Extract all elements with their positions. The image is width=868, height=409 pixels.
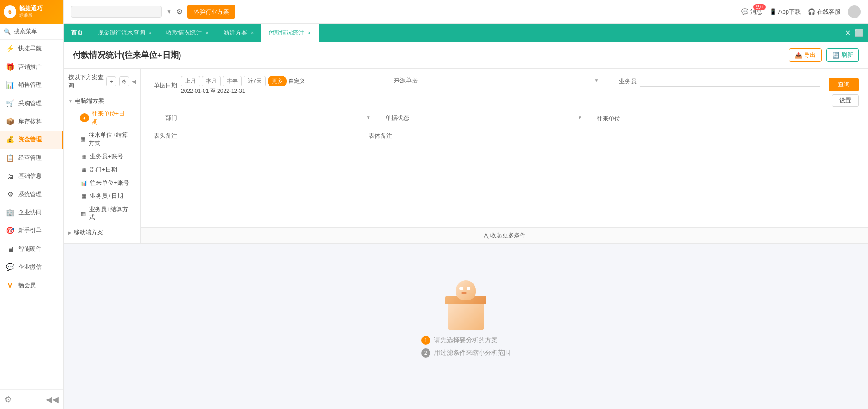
scheme-item-staff-date[interactable]: ▦ 业务员+日期 (70, 190, 134, 202)
tab-new-plan-close[interactable]: × (251, 30, 254, 35)
date-btn-more[interactable]: 更多 (268, 76, 287, 86)
sidebar-item-basics[interactable]: 🗂 基础信息 (0, 167, 63, 185)
date-btn-last-month[interactable]: 上月 (181, 76, 200, 86)
scheme-item-unit-settlement[interactable]: ▦ 往来单位+结算方式 (70, 129, 134, 150)
filter-row-3: 表头备注 表体备注 (150, 131, 859, 141)
illustration-head (456, 280, 476, 300)
tab-receipt-stats-close[interactable]: × (205, 30, 208, 35)
sidebar-item-system[interactable]: ⚙ 系统管理 (0, 185, 63, 203)
tab-bank-flow[interactable]: 现金银行流水查询 × (90, 24, 159, 42)
step1-number: 1 (421, 336, 430, 345)
user-avatar[interactable] (848, 5, 861, 18)
export-button[interactable]: 📤 导出 (789, 48, 822, 62)
staff-settlement-icon: ▦ (80, 210, 86, 217)
search-icon: 🔍 (4, 28, 11, 35)
message-icon: 💬 (741, 8, 748, 15)
empty-state: 1 请先选择要分析的方案 2 用过滤条件来缩小分析范围 (64, 244, 868, 394)
close-all-tabs-icon[interactable]: ✕ (845, 29, 851, 37)
page-content: 付款情况统计(往来单位+日期) 📤 导出 🔄 刷新 (64, 42, 868, 409)
trial-button[interactable]: 体验行业方案 (187, 5, 235, 19)
dept-select[interactable] (183, 114, 366, 121)
custom-label: 自定义 (289, 77, 305, 85)
filter-settings-button[interactable]: 设置 (832, 94, 859, 107)
tab-payment-stats-close[interactable]: × (308, 30, 310, 35)
scheme-panel-header: 按以下方案查询 + ⚙ ◀ (64, 73, 140, 93)
collapse-sidebar-icon[interactable]: ◀◀ (46, 394, 59, 404)
tab-bank-flow-close[interactable]: × (149, 30, 151, 35)
tab-receipt-stats[interactable]: 收款情况统计 × (159, 24, 216, 42)
unit-input[interactable] (624, 113, 795, 124)
filter-row-1: 单据日期 上月 本月 本年 近7天 更多 自定义 (150, 76, 859, 107)
tab-payment-stats[interactable]: 付款情况统计 × (261, 24, 318, 42)
scheme-settings-button[interactable]: ⚙ (119, 76, 129, 86)
mobile-chevron-right-icon: ▶ (68, 230, 72, 235)
url-bar[interactable] (71, 6, 162, 18)
date-label: 单据日期 (150, 81, 177, 90)
scheme-item-unit-date[interactable]: ● 往来单位+日期 (70, 107, 134, 128)
member-icon: V (5, 281, 15, 290)
unit-date-active-icon: ● (80, 113, 89, 122)
sidebar-item-company[interactable]: 🏢 企业协同 (0, 203, 63, 222)
source-select-wrapper: ▼ (421, 76, 601, 85)
topbar-gear-icon[interactable]: ⚙ (176, 7, 183, 16)
unit-field: 往来单位 (593, 113, 795, 124)
app-download-button[interactable]: 📱 App下载 (769, 8, 801, 16)
collapse-bar[interactable]: ⋀ 收起更多条件 (141, 227, 868, 243)
sidebar-item-purchase[interactable]: 🛒 采购管理 (0, 94, 63, 112)
scheme-item-staff-account[interactable]: ▦ 业务员+账号 (70, 150, 134, 163)
scheme-item-staff-settlement[interactable]: ▦ 业务员+结算方式 (70, 203, 134, 224)
sidebar-footer: ⚙ ◀◀ (0, 389, 63, 409)
wechat-icon: 💬 (5, 263, 15, 272)
sidebar-item-inventory[interactable]: 📦 库存核算 (0, 112, 63, 131)
sidebar-item-marketing[interactable]: 🎁 营销推广 (0, 58, 63, 76)
date-control: 上月 本月 本年 近7天 更多 自定义 2022-01-01 至 2022-12… (181, 76, 381, 95)
refresh-icon: 🔄 (832, 52, 839, 59)
sidebar-item-quick-nav[interactable]: ⚡ 快捷导航 (0, 40, 63, 58)
sidebar-item-finance[interactable]: 💰 资金管理 (0, 131, 63, 149)
mobile-scheme-category[interactable]: ▶ 移动端方案 (64, 226, 140, 239)
sidebar-item-member[interactable]: V 畅会员 (0, 276, 63, 294)
scheme-panel: 按以下方案查询 + ⚙ ◀ ▼ 电脑端方案 (64, 69, 141, 243)
date-btn-this-month[interactable]: 本月 (202, 76, 221, 86)
desktop-category-header[interactable]: ▼ 电脑端方案 (68, 95, 136, 107)
illustration-eyes (459, 287, 463, 290)
dept-chevron-icon: ▼ (366, 115, 371, 120)
date-btn-7days[interactable]: 近7天 (244, 76, 266, 86)
table-body-note-input[interactable] (396, 131, 532, 141)
sidebar-item-hardware[interactable]: 🖥 智能硬件 (0, 240, 63, 258)
search-menu[interactable]: 🔍 搜索菜单 (0, 24, 63, 40)
sidebar-item-wechat[interactable]: 💬 企业微信 (0, 258, 63, 276)
scheme-item-dept-date[interactable]: ▦ 部门+日期 (70, 163, 134, 176)
filter-actions: 查询 设置 (829, 76, 859, 107)
scheme-collapse-icon[interactable]: ◀ (132, 78, 136, 85)
illustration-mouth (461, 292, 467, 294)
service-icon: 🎧 (808, 8, 815, 15)
refresh-button[interactable]: 🔄 刷新 (826, 48, 859, 62)
finance-icon: 💰 (5, 135, 15, 144)
unit-account-icon: 📊 (80, 179, 87, 187)
scheme-item-unit-account[interactable]: 📊 往来单位+账号 (70, 177, 134, 189)
sidebar-item-sales[interactable]: 📊 销售管理 (0, 76, 63, 94)
empty-step-1: 1 请先选择要分析的方案 (421, 336, 510, 345)
tab-home[interactable]: 首页 (64, 24, 90, 42)
online-service-button[interactable]: 🎧 在线客服 (808, 8, 841, 16)
settings-footer-icon[interactable]: ⚙ (5, 394, 12, 404)
table-header-note-input[interactable] (181, 131, 294, 141)
sidebar-item-guide[interactable]: 🎯 新手引导 (0, 222, 63, 240)
table-body-note-label: 表体备注 (365, 132, 392, 140)
date-btn-this-year[interactable]: 本年 (223, 76, 242, 86)
query-button[interactable]: 查询 (829, 78, 859, 91)
message-button[interactable]: 💬 消息 99+ (741, 8, 762, 16)
url-dropdown-icon[interactable]: ▼ (166, 9, 172, 15)
status-select[interactable] (414, 114, 578, 121)
staff-input[interactable] (640, 76, 820, 87)
source-chevron-icon: ▼ (594, 78, 599, 83)
table-header-note-label: 表头备注 (150, 132, 177, 140)
maximize-icon[interactable]: ⬜ (854, 29, 863, 37)
source-select[interactable] (423, 77, 594, 84)
hardware-icon: 🖥 (5, 244, 15, 253)
sidebar-header: 6 畅捷通巧 标准版 (0, 0, 63, 24)
sidebar-item-operations[interactable]: 📋 经营管理 (0, 149, 63, 167)
add-scheme-button[interactable]: + (106, 76, 116, 86)
tab-new-plan[interactable]: 新建方案 × (216, 24, 261, 42)
